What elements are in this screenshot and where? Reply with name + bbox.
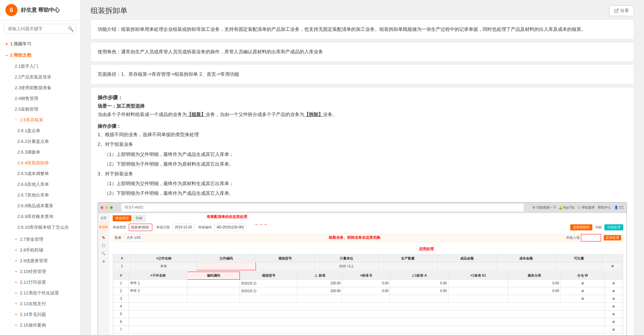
screenshot-form-area: 单据类型 列表 单据类型 组装单/拆卸 单据日期 2019-12-26 单据编码… <box>109 213 627 335</box>
search-icon[interactable]: 🔍 <box>68 26 73 32</box>
annotation-2: 组装业务、拆卸业务在这里切换 <box>146 234 564 241</box>
sidebar-item-268[interactable]: 2.6.8商品成本重算 <box>15 201 80 211</box>
sidebar-item-265[interactable]: 2.6.5成本调整单 <box>15 168 80 179</box>
mock-tab-new[interactable]: 单据类型 <box>113 215 131 221</box>
sidebar-item-269[interactable]: 2.6.9库存账本查询 <box>15 211 80 222</box>
main-header: 组装拆卸单 分享 <box>80 0 644 19</box>
expand-icon-docs: − <box>5 53 8 58</box>
expand-icon-video: + <box>5 41 8 47</box>
intro-text: 功能介绍：组装拆卸单用来处理企业组装或拆卸等加工业务，支持有固定装配清单的产品加… <box>98 25 627 34</box>
main-content: 组装拆卸单 分享 功能介绍：组装拆卸单用来处理企业组装或拆卸等加工业务，支持有固… <box>80 0 644 335</box>
logo-icon: 6 <box>5 4 17 16</box>
step-1: 1、根据不同的业务，选择不同单据的类型来处理 <box>98 130 627 139</box>
page-title: 组装拆卸单 <box>91 6 127 16</box>
page-path-text: 页面路径：1、库存核算->库存管理->组装拆卸单 2、首页->常用功能 <box>98 70 627 78</box>
sidebar-item-print[interactable]: + 2.11打印设置 <box>9 277 80 288</box>
screenshot-lower-table: # ×子件名称 编码属性 规格型号 △ 标准 ×标准 B △1标准 A ×1标准… <box>113 271 623 335</box>
mock-tab-list[interactable]: 列表 <box>133 215 146 222</box>
step-3-1: （1）上部明细为父件明细，最终作为原材料生成其它出库单； <box>98 179 627 188</box>
nav-item-docs: − 2.帮助文档 2.1新手入门 2.2产品安装及登录 2.3使用前数据准备 2… <box>0 50 80 331</box>
sidebar-item-2610[interactable]: 2.6.10库存账本错了怎么办 <box>15 222 80 233</box>
scene-desc: 当由多个子件材料组装成一个成品的业务为【组装】业务，当由一个父件拆分成多个子产品… <box>98 110 627 119</box>
screenshot-sub-form: 数量 大件 1/26 组装业务、拆卸业务在这里切换 所输入项 定单处理 <box>113 233 623 242</box>
sidebar-item-coupon[interactable]: + 2.9优惠券管理 <box>9 256 80 266</box>
nav-item-video-header[interactable]: + 1.视频学习 <box>0 38 80 50</box>
nav-item-docs-header[interactable]: − 2.帮助文档 <box>0 50 80 61</box>
sidebar-item-261[interactable]: 2.6.1盘点单 <box>15 125 80 136</box>
nav-item-video: + 1.视频学习 <box>0 38 80 50</box>
share-label: 分享 <box>620 8 629 14</box>
sidebar-item-dataprep[interactable]: 2.3使用前数据准备 <box>9 82 80 93</box>
content-area: 功能介绍：组装拆卸单用来处理企业组装或拆卸等加工业务，支持有固定装配清单的产品加… <box>80 19 644 335</box>
expand-icon-inventory: − <box>15 117 17 122</box>
user-role-text: 使用角色：通常由生产人员或库管人员完成拆装业务的操作，库管人员确认原材料的出库和… <box>98 48 627 56</box>
steps-title: 操作步骤： <box>98 122 627 130</box>
svg-line-0 <box>616 9 618 11</box>
operation-steps-title: 操作步骤： <box>98 93 627 102</box>
sidebar-item-mobile[interactable]: + 2.8手机旺铺 <box>9 245 80 256</box>
mock-btn-confirm2[interactable]: 定单处理 <box>604 235 621 240</box>
step-2-1: （1）上部明细为父件明细，最终作为产成品生成其它入库单； <box>98 150 627 159</box>
sidebar-item-onlinepay[interactable]: + 2.13在线支付 <box>9 298 80 309</box>
sidebar-item-newbie[interactable]: 2.1新手入门 <box>9 61 80 72</box>
nav-docs-children: 2.1新手入门 2.2产品安装及登录 2.3使用前数据准备 2.4销售管理 2.… <box>0 61 80 331</box>
sidebar-item-cases[interactable]: + 2.15操作案例 <box>9 320 80 331</box>
intro-card: 功能介绍：组装拆卸单用来处理企业组装或拆卸等加工业务，支持有固定装配清单的产品加… <box>91 19 634 39</box>
user-role-card: 使用角色：通常由生产人员或库管人员完成拆装业务的操作，库管人员确认原材料的出库和… <box>91 42 634 62</box>
screenshot-container: TEST-H002 ⚙ 功能搜索一下 🔔 AppT钻 ☆ 帮助服务 帮助中心 👤… <box>98 202 627 335</box>
sidebar-item-sales[interactable]: 2.4销售管理 <box>9 93 80 104</box>
search-input[interactable] <box>4 24 76 34</box>
sidebar: 6 好生意 帮助中心 🔍 + 1.视频学习 − 2.帮助文档 2.1新手入门 2… <box>0 0 80 335</box>
screenshot-upper-table: # ×父件名称 父件编码 规格型号 计量单位 生产数量 成品金额 成本金额 可出 <box>113 254 623 271</box>
annotation-1: 有装配清单的在这里处理 <box>207 214 247 220</box>
sidebar-item-267[interactable]: 2.6.7其他出库单 <box>15 190 80 201</box>
sidebar-item-purchase[interactable]: 2.5采购管理 <box>9 104 80 115</box>
step-2-2: （2）下部明细为子件明细，最终作为原材料生成其它出库单。 <box>98 160 627 168</box>
mock-btn-confirm[interactable]: 定制处理 <box>604 224 623 230</box>
sidebar-item-ops[interactable]: + 2.10经营管理 <box>9 266 80 277</box>
sidebar-item-capital[interactable]: + 2.7资金管理 <box>9 234 80 245</box>
sidebar-item-264[interactable]: 2.6.4组装拆卸单 <box>15 158 80 168</box>
scene-title: 场景一：加工类型选择 <box>98 102 627 110</box>
share-button[interactable]: 分享 <box>609 5 634 16</box>
nav-item-docs-label: 2.帮助文档 <box>10 52 31 58</box>
annotation-1-arrow: →→→ <box>254 220 268 229</box>
nav-inventory-children: 2.6.1盘点单 2.6.2分量盘点单 2.6.3调拨单 2.6.4组装拆卸单 … <box>9 125 80 233</box>
step-list: 1、根据不同的业务，选择不同单据的类型来处理 2、对于组装业务 （1）上部明细为… <box>98 130 627 198</box>
nav-list: + 1.视频学习 − 2.帮助文档 2.1新手入门 2.2产品安装及登录 2.3… <box>0 37 80 332</box>
sidebar-item-266[interactable]: 2.6.6其他入库单 <box>15 179 80 190</box>
step-2: 2、对于组装业务 <box>98 140 627 149</box>
sidebar-item-263[interactable]: 2.6.3调拨单 <box>15 147 80 158</box>
page-path-card: 页面路径：1、库存核算->库存管理->组装拆卸单 2、首页->常用功能 <box>91 64 634 84</box>
mock-btn-select-spec[interactable]: 选择规格料 <box>570 224 592 230</box>
sidebar-item-inventory[interactable]: − 2.6库存核算 <box>9 115 80 125</box>
sidebar-item-install[interactable]: 2.2产品安装及登录 <box>9 72 80 82</box>
search-box[interactable]: 🔍 <box>4 24 76 34</box>
nav-item-video-label: 1.视频学习 <box>10 41 31 47</box>
annotation-3-container: 启用处理 <box>113 244 623 253</box>
step-3-2: （2）下部明细为子件明细，最终作为产成品生成其它入库单。 <box>98 189 627 198</box>
operation-steps-card: 操作步骤： 场景一：加工类型选择 当由多个子件材料组装成一个成品的业务为【组装】… <box>91 87 634 335</box>
step-3: 3、对于拆装业务 <box>98 170 627 178</box>
sidebar-item-system[interactable]: + 2.12系统个性化设置 <box>9 288 80 298</box>
annotation-3: 启用处理 <box>419 246 434 253</box>
app-name: 好生意 帮助中心 <box>21 7 60 14</box>
sidebar-item-faq[interactable]: + 2.14常见问题 <box>9 309 80 320</box>
screenshot-form-header: 单据类型 组装单/拆卸 单据日期 2019-12-26 单据编码 AD-2019… <box>113 224 623 231</box>
sidebar-item-262[interactable]: 2.6.2分量盘点单 <box>15 136 80 147</box>
sidebar-header: 6 好生意 帮助中心 <box>0 0 80 20</box>
